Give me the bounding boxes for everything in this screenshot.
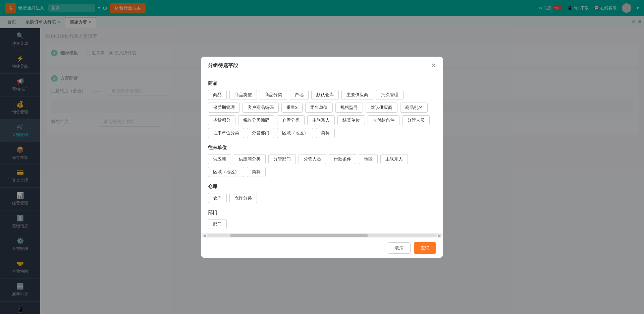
field-tag-partner-3[interactable]: 分管人员 (299, 154, 326, 164)
goods-fields: 商品 商品类型 商品分类 产地 默认仓库 主要供应商 批次管理 保质期管理 客户… (208, 90, 436, 138)
modal-footer: 取消 查询 (201, 238, 443, 258)
warehouse-fields: 仓库 仓库分类 (208, 193, 436, 203)
field-tag-partner-7[interactable]: 区域（地区） (208, 167, 244, 177)
field-tag-goods-14[interactable]: 拣货积分 (208, 115, 235, 125)
field-tag-goods-1[interactable]: 商品类型 (229, 90, 257, 100)
goods-section: 商品 商品 商品类型 商品分类 产地 默认仓库 主要供应商 批次管理 保质期管理… (208, 80, 436, 138)
field-tag-partner-5[interactable]: 地区 (359, 154, 378, 164)
field-tag-goods-23[interactable]: 区域（地区） (277, 128, 313, 138)
field-tag-goods-12[interactable]: 默认供应商 (366, 103, 397, 113)
hscroll-right-arrow[interactable]: ▶ (437, 233, 441, 238)
field-tag-partner-4[interactable]: 付款条件 (329, 154, 356, 164)
field-tag-goods-5[interactable]: 主要供应商 (341, 90, 373, 100)
department-section-title: 部门 (208, 210, 436, 216)
field-tag-goods-3[interactable]: 产地 (290, 90, 309, 100)
hscrollbar-track[interactable] (207, 234, 437, 237)
modal-body[interactable]: 商品 商品 商品类型 商品分类 产地 默认仓库 主要供应商 批次管理 保质期管理… (201, 75, 443, 233)
field-tag-warehouse-1[interactable]: 仓库分类 (229, 193, 257, 203)
field-tag-goods-16[interactable]: 仓库分类 (277, 115, 305, 125)
field-tag-goods-17[interactable]: 主联系人 (307, 115, 335, 125)
field-tag-partner-1[interactable]: 供应商分类 (234, 154, 266, 164)
partner-section-title: 往来单位 (208, 145, 436, 151)
field-tag-goods-22[interactable]: 分管部门 (247, 128, 274, 138)
field-tag-goods-4[interactable]: 默认仓库 (311, 90, 339, 100)
cancel-button[interactable]: 取消 (388, 242, 411, 254)
department-fields: 部门 (208, 219, 436, 229)
field-tag-goods-21[interactable]: 往来单位分类 (208, 128, 244, 138)
modal-hscrollbar[interactable]: ◀ ▶ (201, 233, 443, 238)
department-section: 部门 部门 (208, 210, 436, 229)
partner-section: 往来单位 供应商 供应商分类 分管部门 分管人员 付款条件 地区 主联系人 区域… (208, 145, 436, 177)
goods-section-title: 商品 (208, 80, 436, 86)
modal-overlay: 分组待选字段 ✕ 商品 商品 商品类型 商品分类 产地 默认仓库 主要供应商 批… (0, 0, 644, 314)
field-tag-goods-9[interactable]: 重量3 (281, 103, 303, 113)
field-tag-goods-7[interactable]: 保质期管理 (208, 103, 240, 113)
modal-title: 分组待选字段 (208, 62, 238, 69)
field-tag-goods-15[interactable]: 税收分类编码 (238, 115, 274, 125)
field-tag-partner-8[interactable]: 简称 (247, 167, 266, 177)
confirm-button[interactable]: 查询 (414, 242, 436, 254)
field-tag-goods-2[interactable]: 商品分类 (260, 90, 287, 100)
field-tag-goods-20[interactable]: 分管人员 (402, 115, 430, 125)
field-tag-goods-8[interactable]: 客户商品编码 (243, 103, 279, 113)
field-tag-warehouse-0[interactable]: 仓库 (208, 193, 227, 203)
field-tag-partner-2[interactable]: 分管部门 (268, 154, 296, 164)
field-tag-partner-6[interactable]: 主联系人 (380, 154, 408, 164)
partner-fields: 供应商 供应商分类 分管部门 分管人员 付款条件 地区 主联系人 区域（地区） … (208, 154, 436, 177)
field-tag-goods-13[interactable]: 商品别名 (400, 103, 428, 113)
modal-header: 分组待选字段 ✕ (201, 57, 443, 75)
field-tag-partner-0[interactable]: 供应商 (208, 154, 231, 164)
field-tag-goods-6[interactable]: 批次管理 (376, 90, 404, 100)
hscroll-left-arrow[interactable]: ◀ (203, 233, 207, 238)
field-tag-goods-18[interactable]: 结算单位 (337, 115, 365, 125)
field-tag-goods-10[interactable]: 零售单位 (305, 103, 333, 113)
field-tag-goods-0[interactable]: 商品 (208, 90, 227, 100)
field-tag-goods-19[interactable]: 收付款条件 (368, 115, 399, 125)
field-tag-department-0[interactable]: 部门 (208, 219, 227, 229)
hscrollbar-thumb[interactable] (230, 234, 368, 237)
field-selection-modal: 分组待选字段 ✕ 商品 商品 商品类型 商品分类 产地 默认仓库 主要供应商 批… (201, 57, 443, 258)
field-tag-goods-11[interactable]: 规格型号 (335, 103, 363, 113)
warehouse-section-title: 仓库 (208, 184, 436, 190)
modal-close-button[interactable]: ✕ (431, 62, 436, 69)
warehouse-section: 仓库 仓库 仓库分类 (208, 184, 436, 203)
field-tag-goods-24[interactable]: 简称 (316, 128, 335, 138)
